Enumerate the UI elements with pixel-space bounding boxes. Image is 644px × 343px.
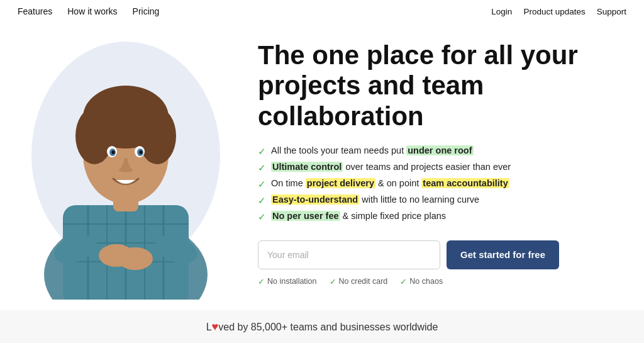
feature-item-3: ✓ On time project delivery & on point te… <box>258 178 619 190</box>
highlight-easy-to-understand: Easy-to-understand <box>271 194 359 205</box>
feature-item-1: ✓ All the tools your team needs put unde… <box>258 145 619 157</box>
nav-left: Features How it works Pricing <box>18 6 159 16</box>
check-icon-3: ✓ <box>258 179 266 190</box>
nav-support[interactable]: Support <box>597 7 626 16</box>
feature-text-1: All the tools your team needs put under … <box>271 145 474 155</box>
feature-text-5: No per user fee & simple fixed price pla… <box>271 211 446 221</box>
check-icon-2: ✓ <box>258 162 266 174</box>
hero-image-area <box>13 23 245 300</box>
svg-point-19 <box>112 150 115 154</box>
trust-badges: ✓ No installation ✓ No credit card ✓ No … <box>258 277 619 286</box>
nav-pricing[interactable]: Pricing <box>133 6 160 16</box>
feature-item-5: ✓ No per user fee & simple fixed price p… <box>258 211 619 223</box>
svg-point-14 <box>138 108 176 164</box>
nav-product-updates[interactable]: Product updates <box>523 7 585 16</box>
feature-text-3: On time project delivery & on point team… <box>271 178 509 188</box>
hero-title: The one place for all your projects and … <box>258 40 610 132</box>
email-input[interactable] <box>258 240 440 269</box>
highlight-under-one-roof: under one roof <box>406 145 473 155</box>
nav-features[interactable]: Features <box>18 6 52 16</box>
nav-right: Login Product updates Support <box>491 7 626 16</box>
tick-icon-3: ✓ <box>400 277 407 286</box>
person-image <box>25 29 226 300</box>
nav-login[interactable]: Login <box>491 7 512 16</box>
svg-point-24 <box>99 244 134 267</box>
trust-no-chaos: ✓ No chaos <box>400 277 443 286</box>
tick-icon-1: ✓ <box>258 277 265 286</box>
heart-icon: ♥ <box>212 320 219 333</box>
svg-point-13 <box>75 108 113 164</box>
trust-no-installation: ✓ No installation <box>258 277 317 286</box>
highlight-team-accountability: team accountability <box>421 178 509 188</box>
check-icon-5: ✓ <box>258 211 266 223</box>
highlight-ultimate-control: Ultimate control <box>271 162 343 172</box>
feature-item-4: ✓ Easy-to-understand with little to no l… <box>258 194 619 206</box>
feature-item-2: ✓ Ultimate control over teams and projec… <box>258 162 619 174</box>
loved-l: L <box>206 322 212 332</box>
cta-row: Get started for free <box>258 240 619 269</box>
hero-content: The one place for all your projects and … <box>245 23 644 286</box>
trust-no-credit-card: ✓ No credit card <box>330 277 388 286</box>
loved-rest: ved by 85,000+ teams and businesses worl… <box>218 322 438 332</box>
feature-text-2: Ultimate control over teams and projects… <box>271 162 511 172</box>
trust-label-3: No chaos <box>409 277 443 286</box>
svg-point-20 <box>140 150 143 154</box>
check-icon-1: ✓ <box>258 146 266 157</box>
check-icon-4: ✓ <box>258 195 266 206</box>
feature-list: ✓ All the tools your team needs put unde… <box>258 145 619 223</box>
highlight-no-per-user-fee: No per user fee <box>271 211 340 221</box>
feature-text-4: Easy-to-understand with little to no lea… <box>271 194 479 205</box>
trust-label-2: No credit card <box>339 277 388 286</box>
nav-how-it-works[interactable]: How it works <box>67 6 117 16</box>
navbar: Features How it works Pricing Login Prod… <box>0 0 644 23</box>
loved-strip: L♥ved by 85,000+ teams and businesses wo… <box>0 310 644 343</box>
tick-icon-2: ✓ <box>330 277 336 286</box>
get-started-button[interactable]: Get started for free <box>447 240 559 269</box>
highlight-project-delivery: project delivery <box>306 178 375 188</box>
loved-text: L♥ved by 85,000+ teams and businesses wo… <box>206 320 438 334</box>
trust-label-1: No installation <box>267 277 317 286</box>
hero-section: The one place for all your projects and … <box>0 23 644 312</box>
